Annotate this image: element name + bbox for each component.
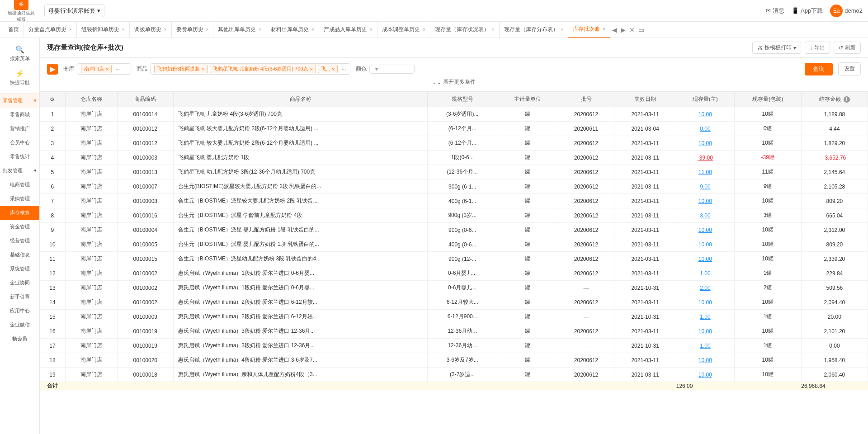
sidebar-item-marketing[interactable]: 营销推广 [0, 122, 39, 136]
row-qty-main[interactable]: 9.00 [676, 179, 734, 194]
color-arrow-icon: ▾ [375, 66, 378, 72]
row-qty-pkg: 10罐 [734, 223, 801, 237]
sidebar-item-newguide[interactable]: 新手引导 [0, 290, 39, 304]
product-tag2-close[interactable]: × [310, 66, 312, 72]
expand-more-btn[interactable]: ⌄⌄ 展开更多条件 [47, 75, 861, 87]
tab-close-unpack[interactable]: × [122, 27, 125, 32]
col-settings[interactable]: ⚙ [40, 92, 65, 107]
sidebar-item-retail[interactable]: 零售管理 ▾ [0, 94, 39, 108]
tab-other-out[interactable]: 其他出库单历史 × [213, 22, 266, 38]
setting-btn[interactable]: 设置 [838, 62, 861, 75]
row-qty-main[interactable]: 0.00 [676, 122, 734, 136]
tab-close-other-out[interactable]: × [259, 27, 261, 32]
row-qty-main[interactable]: 10.00 [676, 223, 734, 237]
sidebar-item-retail-shop[interactable]: 零售商城 [0, 108, 39, 122]
warehouse-tag-close[interactable]: × [106, 66, 108, 72]
tab-close-split[interactable]: × [69, 27, 72, 32]
user-avatar[interactable]: Ea demo2 [830, 5, 863, 17]
row-qty-main[interactable]: 11.00 [676, 165, 734, 179]
tab-close-material-out[interactable]: × [311, 27, 314, 32]
tab-unpack-history[interactable]: 组装拆卸单历史 × [77, 22, 130, 38]
tab-req-history[interactable]: 要货单历史 × [172, 22, 214, 38]
refresh-btn[interactable]: ↺ 刷新 [834, 42, 861, 54]
tab-inventory-dist[interactable]: 现存量（库存分布表） × [500, 22, 569, 38]
tab-menu-btn[interactable]: ▭ [637, 26, 646, 33]
tab-inventory-status[interactable]: 现存量（库存状况表） × [430, 22, 500, 38]
tab-close-inv-status[interactable]: × [492, 27, 495, 32]
tab-next-btn[interactable]: ▶ [619, 26, 627, 33]
row-qty-main[interactable]: 10.00 [676, 136, 734, 151]
template-print-btn[interactable]: 🖨 按模板打印 ▾ [752, 42, 801, 54]
row-qty-main[interactable]: 3.00 [676, 208, 734, 223]
sidebar-item-appcenter[interactable]: 应用中心 [0, 304, 39, 318]
message-btn[interactable]: ✉ 消息 [766, 7, 784, 15]
sidebar-shortcut[interactable]: ⚡ 快捷导航 [0, 66, 39, 90]
sidebar-item-basic[interactable]: 基础信息 [0, 248, 39, 262]
sidebar-item-member2[interactable]: 畅会员 [0, 332, 39, 346]
row-qty-main[interactable]: 10.00 [676, 194, 734, 208]
row-no: 6 [40, 179, 65, 194]
sidebar-item-retail-stats[interactable]: 零售统计 [0, 150, 39, 164]
row-qty-main[interactable]: 10.00 [676, 368, 734, 382]
tab-close-cost-adj[interactable]: × [423, 27, 425, 32]
row-qty-main[interactable]: 2.00 [676, 281, 734, 295]
row-expire: 2021-03-11 [614, 237, 676, 252]
balance-info-icon[interactable]: i [844, 96, 850, 103]
row-qty-main[interactable]: -39.00 [676, 151, 734, 165]
row-qty-pkg: 10罐 [734, 295, 801, 310]
tab-batch-voucher[interactable]: 库存批次账 × [568, 22, 610, 38]
row-qty-main[interactable]: 10.00 [676, 237, 734, 252]
sidebar-item-purchase[interactable]: 采购管理 [0, 192, 39, 206]
product-tag3-close[interactable]: × [332, 66, 335, 72]
sidebar-item-enterprise-wechat[interactable]: 企业微信 [0, 318, 39, 332]
sidebar-item-enterprise[interactable]: 企业协同 [0, 276, 39, 290]
row-expire: 2021-10-31 [614, 339, 676, 353]
tab-close-mix[interactable]: × [164, 27, 167, 32]
row-qty-main[interactable]: 1.00 [676, 339, 734, 353]
row-no: 5 [40, 165, 65, 179]
product-tags[interactable]: 飞鹤奶粉3段两提装 × 飞鹤星飞帆 儿童奶粉 4段(3-6岁适用) 700克 ×… [150, 63, 350, 75]
row-qty-main[interactable]: 10.00 [676, 107, 734, 122]
sidebar-item-member[interactable]: 会员中心 [0, 136, 39, 150]
row-qty-main[interactable]: 10.00 [676, 353, 734, 368]
tab-cost-adj[interactable]: 成本调整单历史 × [377, 22, 430, 38]
filter-expand-btn[interactable]: ▶ [47, 64, 58, 75]
sidebar-item-inventory[interactable]: 库存核算 [0, 206, 39, 220]
sidebar-search[interactable]: 🔍 搜索英单 [0, 42, 39, 66]
row-qty-main[interactable]: 10.00 [676, 324, 734, 339]
row-expire: 2021-03-11 [614, 107, 676, 122]
tab-close-product-in[interactable]: × [370, 27, 373, 32]
settings-icon[interactable]: ⚙ [50, 96, 55, 103]
warehouse-tags[interactable]: 南岸门店 × ··· [77, 63, 131, 75]
tab-split-history[interactable]: 分量盘点单历史 × [24, 22, 77, 38]
tab-mix-history[interactable]: 调拨单历史 × [130, 22, 172, 38]
tab-prev-btn[interactable]: ◀ [610, 26, 619, 33]
sidebar-item-operations[interactable]: 经营管理 [0, 234, 39, 248]
tab-close-batch[interactable]: × [603, 27, 605, 32]
tab-close-inv-dist[interactable]: × [561, 27, 564, 32]
row-qty-main[interactable]: 1.00 [676, 266, 734, 281]
row-qty-main[interactable]: 1.00 [676, 310, 734, 324]
row-spec: 400g (6-1... [428, 194, 497, 208]
tab-close-all-btn[interactable]: ✕ [627, 26, 637, 33]
row-qty-main[interactable]: 10.00 [676, 252, 734, 266]
tab-material-out[interactable]: 材料出库单历史 × [266, 22, 319, 38]
tab-home[interactable]: 首页 [4, 22, 24, 38]
refresh-icon: ↺ [839, 45, 843, 51]
tab-close-req[interactable]: × [206, 27, 209, 32]
tab-product-in[interactable]: 产成品入库单历史 × [319, 22, 377, 38]
export-btn[interactable]: ↓ 导出 [805, 42, 830, 54]
account-selector[interactable]: 母婴行业演示账套 ▾ [44, 5, 104, 17]
row-code: 00100003 [117, 151, 173, 165]
row-spec: 900g (6-1... [428, 179, 497, 194]
sidebar-item-ecommerce[interactable]: 电商管理 [0, 178, 39, 192]
sidebar-item-system[interactable]: 系统管理 [0, 262, 39, 276]
row-qty-main[interactable]: 10.00 [676, 295, 734, 310]
color-select[interactable]: ▾ [369, 65, 415, 74]
sidebar-item-finance[interactable]: 资金管理 [0, 220, 39, 234]
sidebar-item-wholesale[interactable]: 批发管理 ▾ [0, 164, 39, 178]
query-btn[interactable]: 查询 [805, 63, 833, 75]
avatar: Ea [830, 5, 843, 17]
app-download-btn[interactable]: 📱 App下载 [792, 7, 823, 15]
product-tag1-close[interactable]: × [202, 66, 204, 72]
